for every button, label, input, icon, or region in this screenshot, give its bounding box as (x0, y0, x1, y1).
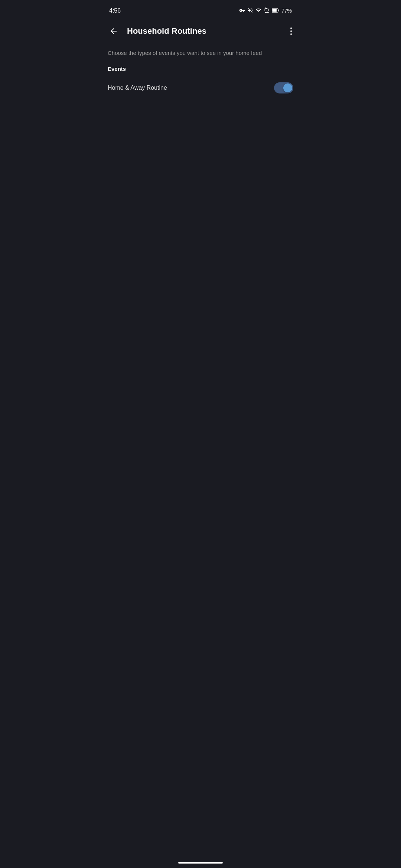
events-section-header: Events (108, 66, 293, 72)
nav-indicator (178, 862, 223, 864)
signal-icon (264, 7, 270, 14)
toggle-thumb (283, 83, 292, 92)
battery-percent: 77% (281, 8, 292, 14)
status-bar: 4:56 (100, 0, 301, 19)
svg-rect-1 (272, 9, 277, 12)
back-arrow-icon (109, 27, 118, 36)
status-time: 4:56 (109, 7, 121, 14)
battery-icon (272, 8, 279, 14)
content-area: Choose the types of events you want to s… (100, 43, 301, 98)
more-dots-icon (290, 27, 292, 35)
svg-rect-2 (278, 9, 279, 11)
status-icons: 77% (239, 7, 292, 14)
home-away-routine-label: Home & Away Routine (108, 85, 167, 91)
more-options-button[interactable] (289, 26, 293, 36)
app-bar: Household Routines (100, 19, 301, 43)
page-title: Household Routines (127, 26, 281, 36)
mute-icon (247, 7, 253, 14)
wifi-icon (255, 7, 261, 14)
key-icon (239, 7, 245, 14)
home-away-routine-toggle[interactable] (274, 82, 293, 93)
back-button[interactable] (108, 25, 120, 37)
subtitle-text: Choose the types of events you want to s… (108, 49, 293, 57)
home-away-routine-row: Home & Away Routine (108, 78, 293, 98)
